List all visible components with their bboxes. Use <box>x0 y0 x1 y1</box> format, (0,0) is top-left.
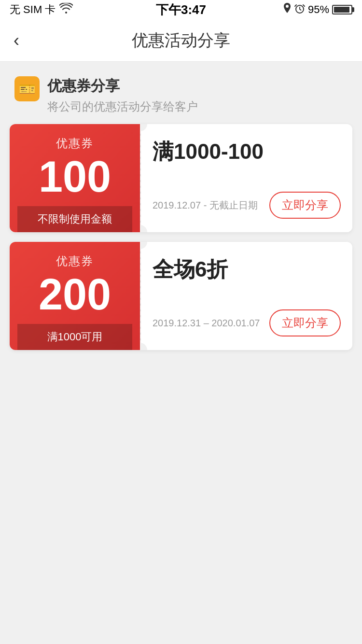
back-button[interactable]: ‹ <box>14 32 19 49</box>
coupon-value-2: 200 <box>39 273 111 316</box>
coupon-title-1: 满1000-100 <box>153 138 341 166</box>
coupon-date-1: 2019.12.07 - 无截止日期 <box>153 199 258 212</box>
coupon-date-2: 2019.12.31 – 2020.01.07 <box>153 318 260 329</box>
coupon-label-1: 优惠券 <box>56 136 94 151</box>
section-icon: 🎫 <box>14 76 40 101</box>
nav-bar: ‹ 优惠活动分享 <box>0 19 362 62</box>
section-title: 优惠券分享 <box>47 76 198 96</box>
coupon-left-2: 优惠券 200 满1000可用 <box>10 242 140 350</box>
status-bar: 无 SIM 卡 下午3:47 95% <box>0 0 362 19</box>
coupon-condition-2: 满1000可用 <box>17 324 132 350</box>
carrier-label: 无 SIM 卡 <box>10 2 56 17</box>
main-content: 🎫 优惠券分享 将公司的优惠活动分享给客户 优惠券 100 不限制使用金额 满1… <box>0 62 362 429</box>
coupon-title-2: 全场6折 <box>153 255 341 284</box>
coupon-footer-2: 2019.12.31 – 2020.01.07 立即分享 <box>153 309 341 336</box>
coupon-card-2: 优惠券 200 满1000可用 全场6折 2019.12.31 – 2020.0… <box>10 242 352 350</box>
nav-title: 优惠活动分享 <box>132 29 230 52</box>
coupon-footer-1: 2019.12.07 - 无截止日期 立即分享 <box>153 192 341 219</box>
coupon-right-2: 全场6折 2019.12.31 – 2020.01.07 立即分享 <box>141 242 352 350</box>
coupon-list: 优惠券 100 不限制使用金额 满1000-100 2019.12.07 - 无… <box>0 124 362 360</box>
section-subtitle: 将公司的优惠活动分享给客户 <box>47 99 198 114</box>
battery-fill <box>334 7 349 13</box>
coupon-condition-1: 不限制使用金额 <box>17 206 132 232</box>
battery-percent: 95% <box>308 3 329 16</box>
coupon-left-1: 优惠券 100 不限制使用金额 <box>10 124 140 232</box>
section-header: 🎫 优惠券分享 将公司的优惠活动分享给客户 <box>0 62 362 124</box>
coupon-value-1: 100 <box>39 155 111 198</box>
share-button-1[interactable]: 立即分享 <box>269 192 341 219</box>
location-icon <box>283 3 292 16</box>
status-right: 95% <box>283 3 352 16</box>
battery-icon <box>332 5 352 14</box>
status-time: 下午3:47 <box>156 1 206 18</box>
coupon-right-1: 满1000-100 2019.12.07 - 无截止日期 立即分享 <box>141 124 352 232</box>
coupon-card: 优惠券 100 不限制使用金额 满1000-100 2019.12.07 - 无… <box>10 124 352 232</box>
section-text: 优惠券分享 将公司的优惠活动分享给客户 <box>47 76 198 114</box>
alarm-icon <box>294 3 305 16</box>
coupon-emoji-icon: 🎫 <box>19 81 36 97</box>
status-left: 无 SIM 卡 <box>10 2 73 17</box>
coupon-label-2: 优惠券 <box>56 253 94 269</box>
share-button-2[interactable]: 立即分享 <box>269 309 341 336</box>
wifi-icon <box>59 3 73 16</box>
